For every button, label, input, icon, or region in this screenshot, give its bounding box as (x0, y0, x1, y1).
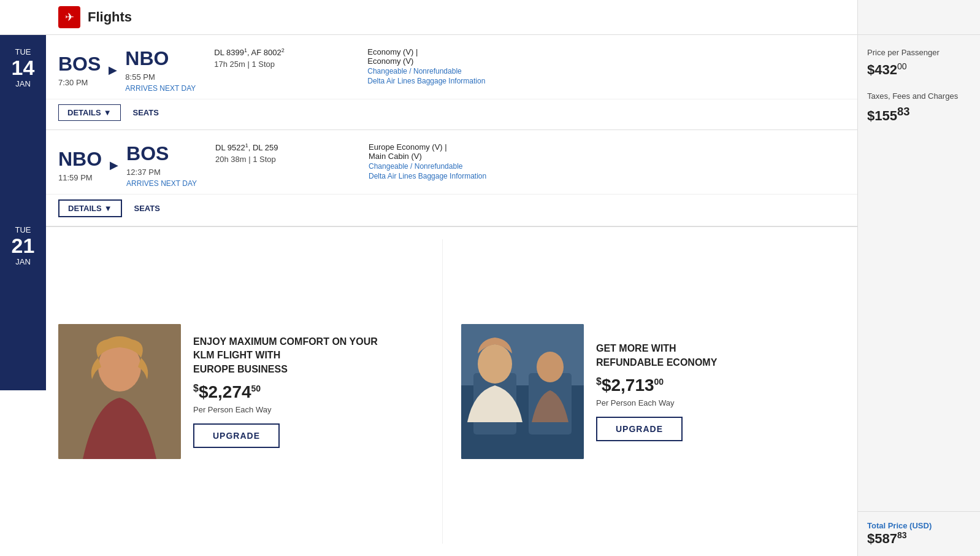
date-block-flight1: TUE 14 JAN (0, 35, 46, 213)
taxes-label: Taxes, Fees and Charges (867, 91, 971, 102)
header: ✈ Flights (46, 0, 857, 35)
dest-time-1: 8:55 PM (125, 72, 196, 82)
price-per-passenger-label: Price per Passenger (867, 47, 971, 58)
upgrade-text-1: ENJOY MAXIMUM COMFORT ON YOUR KLM FLIGHT… (193, 335, 430, 448)
date-column: TUE 14 JAN TUE 21 JAN (0, 0, 46, 556)
price-sidebar: Price per Passenger $43200 Taxes, Fees a… (857, 0, 980, 556)
route-info-2: NBO 11:59 PM ▶ BOS 12:37 PM ARRIVES NEXT… (58, 142, 197, 188)
origin-time-1: 7:30 PM (58, 78, 101, 87)
route-arrow-2: ▶ (110, 158, 118, 172)
upgrade-per-person-2: Per Person Each Way (596, 398, 833, 407)
center-content: ✈ Flights BOS 7:30 PM ▶ NBO (46, 0, 857, 556)
fare-class2-2: Main Cabin (V) (369, 152, 553, 161)
changeable-link-2[interactable]: Changeable / Nonrefundable (369, 162, 553, 171)
dest-code-1: NBO (125, 47, 196, 70)
day-name-1: TUE (15, 47, 31, 56)
route-info-1: BOS 7:30 PM ▶ NBO 8:55 PM ARRIVES NEXT D… (58, 47, 196, 93)
origin-code-2: NBO (58, 148, 102, 171)
flights-icon: ✈ (58, 6, 80, 28)
total-label: Total Price (USD) (867, 521, 971, 530)
segment-footer-2: DETAILS ▼ SEATS (46, 194, 857, 226)
upgrade-section: ENJOY MAXIMUM COMFORT ON YOUR KLM FLIGHT… (46, 226, 857, 556)
fare-info-1: Economy (V) | Economy (V) Changeable / N… (367, 47, 551, 85)
date-block-flight2: TUE 21 JAN (0, 213, 46, 391)
upgrade-card-1: ENJOY MAXIMUM COMFORT ON YOUR KLM FLIGHT… (58, 239, 443, 544)
svg-point-7 (537, 352, 564, 382)
upgrade-price-1: $$2,27450 (193, 382, 261, 401)
details-button-1[interactable]: DETAILS ▼ (58, 104, 121, 121)
fare-class1-1: Economy (V) | (367, 47, 551, 56)
day-num-2: 21 (12, 234, 35, 257)
month-2: JAN (15, 257, 31, 266)
baggage-link-1[interactable]: Delta Air Lines Baggage Information (367, 77, 551, 85)
flight-details-1: DL 83991, AF 80022 17h 25m | 1 Stop (214, 47, 349, 69)
seats-link-1[interactable]: SEATS (127, 105, 165, 120)
details-button-2[interactable]: DETAILS ▼ (58, 199, 122, 217)
baggage-link-2[interactable]: Delta Air Lines Baggage Information (369, 172, 553, 180)
page-title: Flights (88, 9, 132, 25)
upgrade-text-2: GET MORE WITH REFUNDABLE ECONOMY $$2,713… (596, 342, 833, 441)
day-num-1: 14 (12, 56, 35, 79)
upgrade-title-1: ENJOY MAXIMUM COMFORT ON YOUR KLM FLIGHT… (193, 335, 430, 376)
flight-numbers-1: DL 83991, AF 80022 (214, 47, 349, 57)
month-1: JAN (15, 79, 31, 88)
origin-code-1: BOS (58, 53, 101, 75)
upgrade-button-2[interactable]: UPGRADE (596, 417, 683, 441)
fare-info-2: Europe Economy (V) | Main Cabin (V) Chan… (369, 142, 553, 180)
svg-point-6 (478, 344, 512, 384)
duration-1: 17h 25m | 1 Stop (214, 60, 349, 69)
upgrade-title-2: GET MORE WITH REFUNDABLE ECONOMY (596, 342, 833, 369)
upgrade-image-1 (58, 324, 181, 459)
changeable-link-1[interactable]: Changeable / Nonrefundable (367, 67, 551, 75)
seats-link-2[interactable]: SEATS (128, 201, 166, 216)
flight-numbers-2: DL 95221, DL 259 (215, 142, 350, 152)
fare-class2-1: Economy (V) (367, 56, 551, 66)
route-arrow-1: ▶ (109, 63, 117, 77)
dest-code-2: BOS (126, 142, 197, 165)
flight-details-2: DL 95221, DL 259 20h 38m | 1 Stop (215, 142, 350, 164)
upgrade-per-person-1: Per Person Each Way (193, 405, 430, 414)
duration-2: 20h 38m | 1 Stop (215, 155, 350, 164)
day-name-2: TUE (15, 225, 31, 234)
upgrade-button-1[interactable]: UPGRADE (193, 423, 280, 448)
dest-time-2: 12:37 PM (126, 168, 197, 177)
arrives-next-1: ARRIVES NEXT DAY (125, 84, 196, 93)
fare-class1-2: Europe Economy (V) | (369, 142, 553, 152)
price-amount: $43200 (867, 61, 971, 78)
taxes-amount: $15583 (867, 105, 971, 124)
segment-footer-1: DETAILS ▼ SEATS (46, 99, 857, 129)
upgrade-card-2: GET MORE WITH REFUNDABLE ECONOMY $$2,713… (443, 239, 845, 544)
total-amount: $58783 (867, 530, 971, 547)
flight-segment-1: BOS 7:30 PM ▶ NBO 8:55 PM ARRIVES NEXT D… (46, 35, 857, 130)
upgrade-image-2 (461, 324, 584, 459)
arrives-next-2: ARRIVES NEXT DAY (126, 179, 197, 188)
flight-segment-2: NBO 11:59 PM ▶ BOS 12:37 PM ARRIVES NEXT… (46, 130, 857, 226)
upgrade-price-2: $$2,71300 (596, 376, 664, 395)
origin-time-2: 11:59 PM (58, 173, 102, 182)
